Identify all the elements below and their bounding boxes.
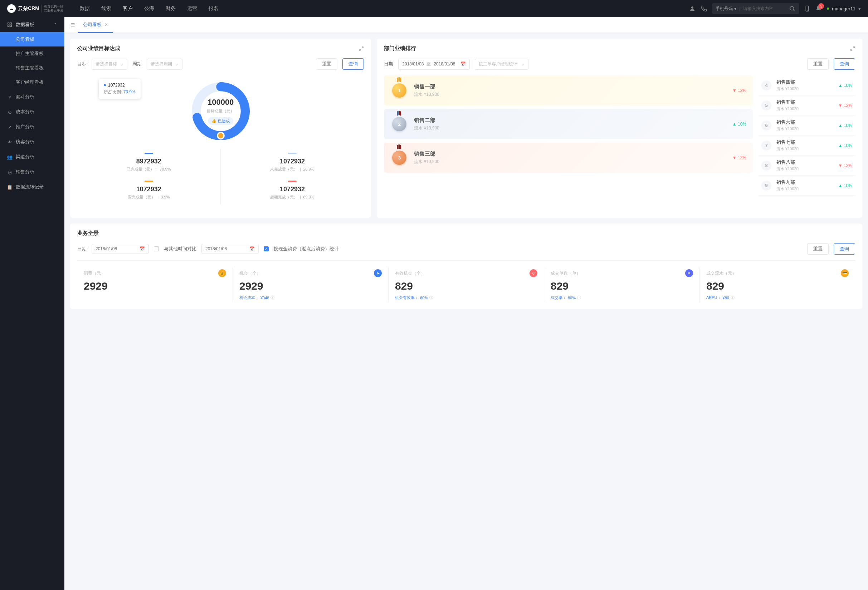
- rank-row: 5销售五部流水 ¥19020▼ 12%: [759, 96, 855, 115]
- svg-rect-6: [8, 25, 9, 26]
- biz-cell: 机会（个）➤2929机会成本：¥948 ⓘ: [233, 267, 388, 303]
- svg-rect-5: [10, 23, 12, 24]
- medal-icon: 1: [390, 81, 408, 100]
- biz-cell: 消费（元）💰2929: [77, 267, 233, 303]
- search-type-select[interactable]: 手机号码▾: [716, 6, 736, 12]
- biz-icon: ➤: [374, 269, 382, 277]
- sidebar-item[interactable]: 客户经理看板: [0, 75, 64, 90]
- close-icon[interactable]: ✕: [105, 22, 108, 27]
- stat-checkbox[interactable]: ✓: [264, 246, 269, 252]
- reset-button[interactable]: 重置: [807, 243, 829, 255]
- sidebar-item[interactable]: ▿漏斗分析: [0, 90, 64, 104]
- menu-icon: 👥: [7, 154, 12, 159]
- topnav-item[interactable]: 公海: [139, 0, 160, 17]
- tab-collapse-icon[interactable]: ☰: [68, 22, 78, 28]
- reset-button[interactable]: 重置: [316, 58, 337, 70]
- card-target-progress: 公司业绩目标达成 目标 请选择目标⌄ 周期 请选择周期⌄ 重置 查询: [70, 38, 371, 218]
- sidebar-item[interactable]: ⊙成本分析: [0, 104, 64, 119]
- topnav-item[interactable]: 数据: [74, 0, 96, 17]
- target-select[interactable]: 请选择目标⌄: [92, 59, 127, 70]
- label-stat: 按现金消费（返点后消费）统计: [274, 246, 339, 252]
- phone-icon[interactable]: [701, 5, 707, 12]
- topnav: 数据线索客户公海财务运营报名: [74, 0, 224, 17]
- expand-icon[interactable]: [359, 46, 364, 51]
- card-title: 部门业绩排行: [384, 45, 416, 52]
- tab-company-dashboard[interactable]: 公司看板 ✕: [78, 17, 113, 33]
- stat-cell: 1072932超额完成（元） | 89.9%: [221, 176, 364, 204]
- label-target: 目标: [77, 61, 87, 67]
- calendar-icon: 📅: [140, 246, 145, 252]
- donut-sub: 目标总量（元）: [207, 108, 234, 114]
- sidebar-item[interactable]: 销售主管看板: [0, 61, 64, 75]
- person-icon[interactable]: [689, 5, 695, 12]
- brand-name: 云朵CRM: [18, 5, 39, 12]
- sidebar-item[interactable]: 👥渠道分析: [0, 150, 64, 165]
- calendar-icon: 📅: [461, 62, 466, 66]
- menu-icon: ⊙: [7, 109, 12, 115]
- expand-icon[interactable]: [850, 46, 855, 51]
- menu-icon: ▿: [7, 94, 12, 99]
- username: manager11: [832, 6, 855, 12]
- date-input-1[interactable]: 2018/01/08📅: [92, 244, 149, 254]
- topnav-item[interactable]: 财务: [160, 0, 182, 17]
- query-button[interactable]: 查询: [834, 58, 855, 70]
- svg-rect-7: [10, 25, 12, 26]
- header: ☁ 云朵CRM 教育机构一站式服务云平台 数据线索客户公海财务运营报名 手机号码…: [0, 0, 868, 17]
- sidebar-item[interactable]: ↗推广分析: [0, 119, 64, 134]
- biz-cell: 有效机会（个）🛡829机会有效率：80% ⓘ: [388, 267, 544, 303]
- rank-card: 2销售二部流水 ¥10,900▲ 10%: [384, 109, 753, 139]
- donut-total: 100000: [208, 98, 234, 107]
- query-button[interactable]: 查询: [834, 243, 855, 255]
- sidebar: 数据看板 ⌃ 公司看板推广主管看板销售主管看板客户经理看板 ▿漏斗分析⊙成本分析…: [0, 17, 64, 590]
- biz-icon: 🛡: [530, 269, 537, 277]
- period-select[interactable]: 请选择周期⌄: [147, 59, 183, 70]
- topnav-item[interactable]: 客户: [117, 0, 139, 17]
- calendar-icon: 📅: [249, 246, 255, 252]
- logo-icon: ☁: [7, 4, 16, 13]
- biz-icon: 💰: [218, 269, 226, 277]
- topnav-item[interactable]: 线索: [96, 0, 117, 17]
- card-dept-ranking: 部门业绩排行 日期 2018/01/08 至 2018/01/08 📅 按工单客…: [377, 38, 862, 218]
- achieved-badge: 👍 已达成: [208, 117, 233, 125]
- biz-cell: 成交单数（单）≡829成交率：80% ⓘ: [544, 267, 700, 303]
- manager-stat-select[interactable]: 按工单客户经理统计⌄: [475, 59, 528, 70]
- card-title: 业务全景: [77, 230, 99, 237]
- date-input-2[interactable]: 2018/01/08📅: [201, 244, 259, 254]
- main: ☰ 公司看板 ✕ 公司业绩目标达成 目标 请选择目标⌄ 周期: [64, 17, 868, 590]
- user-menu[interactable]: manager11 ▾: [827, 6, 861, 12]
- rank-row: 9销售九部流水 ¥19020▲ 10%: [759, 175, 855, 196]
- sidebar-item[interactable]: ◎销售分析: [0, 165, 64, 180]
- tabbar: ☰ 公司看板 ✕: [64, 17, 868, 33]
- svg-point-0: [691, 6, 694, 9]
- query-button[interactable]: 查询: [342, 58, 364, 70]
- sidebar-item[interactable]: 📋数据流转记录: [0, 180, 64, 194]
- topnav-item[interactable]: 运营: [182, 0, 203, 17]
- stat-cell: 1072932应完成量（元） | 8.9%: [77, 176, 221, 204]
- stat-cell: 1072932未完成量（元） | 20.9%: [221, 149, 364, 176]
- search-icon[interactable]: [789, 5, 796, 12]
- rank-card: 3销售三部流水 ¥10,900▼ 12%: [384, 143, 753, 173]
- menu-icon: ◎: [7, 169, 12, 175]
- medal-icon: 2: [390, 114, 408, 134]
- rank-row: 7销售七部流水 ¥19020▲ 10%: [759, 135, 855, 156]
- searchbox: 手机号码▾ |: [712, 3, 799, 14]
- search-input[interactable]: [743, 6, 786, 11]
- biz-icon: 💳: [841, 269, 849, 277]
- compare-checkbox[interactable]: [154, 246, 159, 252]
- brand-sub: 教育机构一站式服务云平台: [41, 4, 63, 13]
- reset-button[interactable]: 重置: [807, 58, 829, 70]
- mobile-icon[interactable]: [804, 5, 810, 12]
- status-dot: [827, 7, 829, 10]
- label-period: 周期: [132, 61, 142, 67]
- topnav-item[interactable]: 报名: [203, 0, 224, 17]
- sidebar-group-dashboard[interactable]: 数据看板 ⌃: [0, 17, 64, 32]
- medal-icon: 3: [390, 148, 408, 168]
- notifications[interactable]: 5: [815, 5, 822, 12]
- date-range-input[interactable]: 2018/01/08 至 2018/01/08 📅: [398, 59, 470, 70]
- label-date: 日期: [77, 246, 87, 252]
- rank-card: 1销售一部流水 ¥10,900▼ 12%: [384, 75, 753, 106]
- sidebar-item[interactable]: 公司看板: [0, 32, 64, 47]
- sidebar-item[interactable]: 推广主管看板: [0, 47, 64, 61]
- sidebar-item[interactable]: 👁访客分析: [0, 134, 64, 150]
- logo[interactable]: ☁ 云朵CRM 教育机构一站式服务云平台: [7, 4, 63, 13]
